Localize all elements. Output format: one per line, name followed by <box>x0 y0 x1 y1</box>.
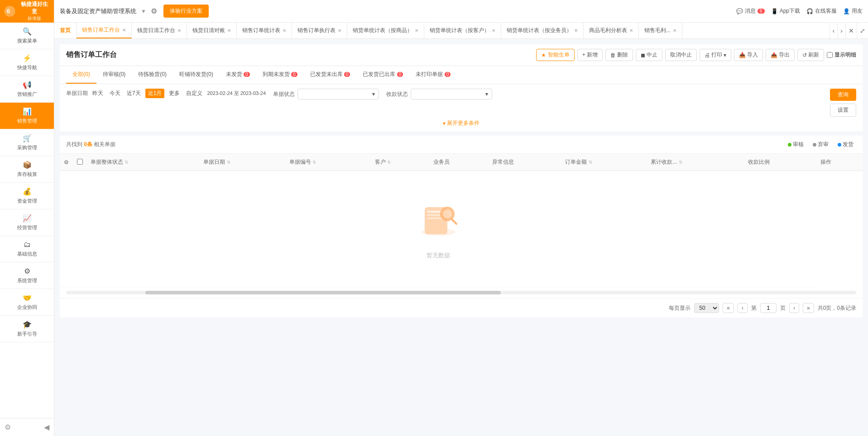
stop-button[interactable]: ◼ 中止 <box>636 49 662 61</box>
import-button[interactable]: 📥 导入 <box>734 49 763 61</box>
tab-prev-arrow[interactable]: ‹ <box>830 23 838 39</box>
tab-maximize[interactable]: ⤢ <box>857 23 868 39</box>
tab-home[interactable]: 首页 <box>54 23 77 38</box>
tab-close-icon[interactable]: ✕ <box>227 28 231 33</box>
tab-close-icon[interactable]: ✕ <box>673 28 676 33</box>
tab-close-icon[interactable]: ✕ <box>492 28 495 33</box>
ship-button[interactable]: 发货 <box>835 139 856 150</box>
col-settings[interactable]: ⚙ <box>60 154 72 171</box>
col-staff[interactable]: 业务员 <box>430 154 489 171</box>
col-date[interactable]: 单据日期 ⇅ <box>200 154 285 171</box>
sidebar-collapse-icon[interactable]: ◀ <box>44 423 49 431</box>
tab-next-arrow[interactable]: › <box>837 23 845 39</box>
sub-tab-pending-review[interactable]: 待审核(0) <box>96 66 132 84</box>
tab-close-icon[interactable]: ✕ <box>122 28 126 33</box>
date-opt-1month[interactable]: 近1月 <box>145 89 165 98</box>
delete-button[interactable]: 🗑 删除 <box>605 49 633 61</box>
last-page-button[interactable]: » <box>803 303 814 313</box>
sub-tab-shop-ship[interactable]: 旺铺待发货(0) <box>173 66 220 84</box>
sidebar-item-collab[interactable]: 🤝 企业协同 <box>0 289 54 316</box>
refresh-button[interactable]: ↺ 刷新 <box>797 49 824 61</box>
tab-close-icon[interactable]: ✕ <box>629 28 633 33</box>
sidebar-item-search[interactable]: 🔍 搜索菜单 <box>0 23 54 49</box>
tab-close-icon[interactable]: ✕ <box>415 28 418 33</box>
tab-margin[interactable]: 商品毛利分析表 ✕ <box>584 23 639 38</box>
system-dropdown-icon[interactable]: ▼ <box>141 8 146 14</box>
first-page-button[interactable]: « <box>723 303 734 313</box>
smart-generate-button[interactable]: ★ 智能生单 <box>536 49 575 61</box>
page-number-input[interactable] <box>760 303 777 313</box>
show-detail-checkbox[interactable]: 显示明细 <box>827 51 856 59</box>
col-amount[interactable]: 订单金额 ⇅ <box>561 154 647 171</box>
tab-sales-product[interactable]: 销货单统计表（按商品） ✕ <box>347 23 424 38</box>
sidebar-item-operations[interactable]: 📈 经营管理 <box>0 209 54 236</box>
sub-tab-shipped-out[interactable]: 已发货已出库 0 <box>356 66 409 84</box>
col-exception[interactable]: 异常信息 <box>489 154 561 171</box>
sidebar-item-finance[interactable]: 💰 资金管理 <box>0 183 54 209</box>
date-opt-7days[interactable]: 近7天 <box>125 89 143 98</box>
col-payment-total[interactable]: 累计收款... ⇅ <box>647 154 744 171</box>
tab-sales-customer[interactable]: 销货单统计表（按客户） ✕ <box>424 23 501 38</box>
sidebar-item-guide[interactable]: 🎓 新手引导 <box>0 316 54 342</box>
date-opt-custom[interactable]: 自定义 <box>184 89 204 98</box>
unapprove-button[interactable]: 弃审 <box>810 139 831 150</box>
user-button[interactable]: 👤 用友 <box>843 7 863 15</box>
sidebar-item-system[interactable]: ⚙ 系统管理 <box>0 262 54 289</box>
setting-button[interactable]: 设置 <box>830 104 856 117</box>
new-button[interactable]: + 新增 <box>577 49 603 61</box>
tab-close-icon[interactable]: ✕ <box>177 28 181 33</box>
date-opt-yesterday[interactable]: 昨天 <box>91 89 105 98</box>
col-number[interactable]: 单据编号 ⇅ <box>286 154 371 171</box>
sidebar-item-marketing[interactable]: 📢 营销推广 <box>0 76 54 103</box>
tab-sales-margin[interactable]: 销售毛利... ✕ <box>639 23 682 38</box>
sidebar-settings-icon[interactable]: ⚙ <box>5 423 11 431</box>
tab-close-all[interactable]: ✕ <box>845 23 857 39</box>
message-button[interactable]: 💬 消息 6 <box>736 7 765 15</box>
sidebar-item-inventory[interactable]: 📦 库存核算 <box>0 156 54 183</box>
sub-tab-pending-check[interactable]: 待拣验货(0) <box>132 66 173 84</box>
horizontal-scrollbar-track[interactable] <box>66 291 856 294</box>
next-page-button[interactable]: › <box>789 303 799 313</box>
col-payment-ratio[interactable]: 收款比例 <box>744 154 817 171</box>
sub-tab-overdue-ship[interactable]: 到期未发货 0 <box>256 66 304 84</box>
online-service-button[interactable]: 🎧 在线客服 <box>806 7 837 15</box>
date-opt-more[interactable]: 更多 <box>167 89 182 98</box>
date-opt-today[interactable]: 今天 <box>108 89 122 98</box>
sidebar-item-quicknav[interactable]: ⚡ 快捷导航 <box>0 49 54 76</box>
tab-close-icon[interactable]: ✕ <box>574 28 578 33</box>
sub-tab-unshipped[interactable]: 未发货 0 <box>220 66 256 84</box>
tab-close-icon[interactable]: ✕ <box>283 28 286 33</box>
export-label: 导出 <box>779 51 790 59</box>
solution-button[interactable]: 体验行业方案 <box>163 5 209 18</box>
expand-button[interactable]: ▾ 展开更多条件 <box>443 119 480 127</box>
tab-cash-reconcile[interactable]: 钱货日清对账 ✕ <box>187 23 237 38</box>
payment-filter-select[interactable]: ▾ <box>411 89 492 100</box>
col-status[interactable]: 单据整体状态 ⇅ <box>87 154 200 171</box>
app-download-button[interactable]: 📱 App下载 <box>771 7 800 15</box>
col-customer[interactable]: 客户 ⇅ <box>371 154 430 171</box>
sidebar-item-purchase[interactable]: 🛒 采购管理 <box>0 129 54 156</box>
tab-sales-exec[interactable]: 销售订单执行表 ✕ <box>292 23 347 38</box>
sub-tab-all[interactable]: 全部(0) <box>66 66 96 84</box>
export-button[interactable]: 📤 导出 <box>766 49 795 61</box>
tab-close-icon[interactable]: ✕ <box>338 28 341 33</box>
prev-page-button[interactable]: ‹ <box>738 303 748 313</box>
per-page-select[interactable]: 10 20 50 100 <box>694 303 719 313</box>
status-filter-select[interactable]: ▾ <box>297 89 379 100</box>
sidebar-item-sales[interactable]: 📊 销售管理 <box>0 103 54 129</box>
topbar-gear-icon[interactable]: ⚙ <box>151 7 157 15</box>
sub-tab-unprinted[interactable]: 未打印单据 0 <box>409 66 457 84</box>
query-button[interactable]: 查询 <box>830 89 856 101</box>
tab-sales-stat[interactable]: 销售订单统计表 ✕ <box>237 23 292 38</box>
tab-cash-clear[interactable]: 钱货日清工作台 ✕ <box>132 23 187 38</box>
print-button[interactable]: 🖨 打印 ▾ <box>700 49 731 61</box>
tab-sales-staff[interactable]: 销货单统计表（按业务员） ✕ <box>501 23 584 38</box>
approve-button[interactable]: 审核 <box>785 139 806 150</box>
cancel-stop-button[interactable]: 取消中止 <box>665 49 697 61</box>
tab-sales-workbench[interactable]: 销售订单工作台 ✕ <box>77 23 132 38</box>
sidebar-item-basics[interactable]: 🗂 基础信息 <box>0 236 54 262</box>
horizontal-scrollbar-thumb[interactable] <box>145 291 501 294</box>
show-detail-input[interactable] <box>827 52 833 58</box>
select-all-checkbox[interactable] <box>77 159 83 165</box>
sub-tab-shipped-no-out[interactable]: 已发货未出库 0 <box>304 66 357 84</box>
